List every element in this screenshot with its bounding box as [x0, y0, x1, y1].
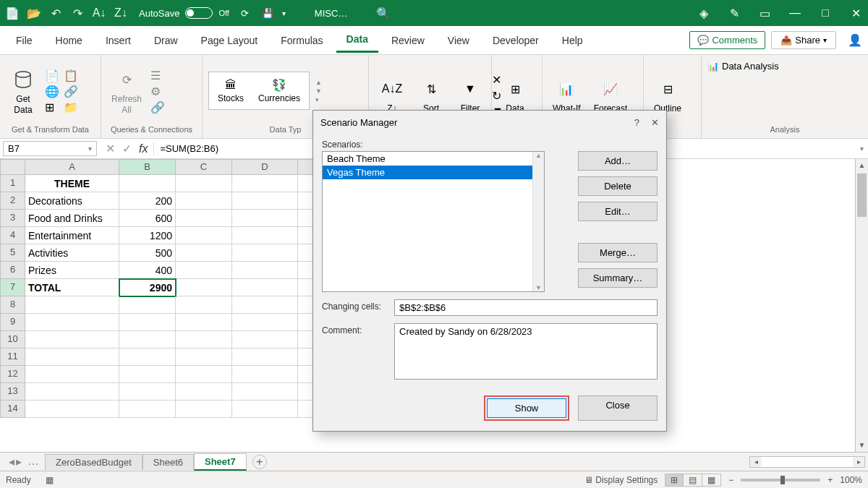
row-header[interactable]: 11 — [0, 348, 25, 366]
row-header[interactable]: 3 — [0, 210, 25, 227]
tab-data[interactable]: Data — [336, 27, 378, 53]
cell[interactable] — [119, 348, 176, 366]
cell[interactable] — [176, 227, 232, 244]
cell[interactable] — [232, 348, 298, 366]
maximize-icon[interactable]: □ — [819, 7, 832, 20]
row-header[interactable]: 10 — [0, 331, 25, 348]
view-page-layout-icon[interactable]: ▤ — [684, 474, 702, 487]
cell[interactable]: Entertainment — [25, 227, 119, 244]
cell[interactable] — [176, 314, 232, 331]
gallery-up-icon[interactable]: ▲ — [315, 79, 322, 86]
cell[interactable] — [176, 279, 232, 296]
cell[interactable]: Activities — [25, 244, 119, 262]
name-box[interactable]: B7▾ — [3, 141, 97, 156]
scroll-down-icon[interactable]: ▼ — [856, 439, 868, 452]
dialog-titlebar[interactable]: Scenario Manager ? ✕ — [313, 111, 666, 134]
from-text-icon[interactable]: 📄 — [45, 69, 59, 82]
row-header[interactable]: 4 — [0, 227, 25, 244]
cell[interactable] — [232, 296, 298, 314]
cancel-icon[interactable]: ✕ — [106, 142, 115, 155]
sheet-tab-zerobasedbudget[interactable]: ZeroBasedBudget — [45, 454, 142, 470]
cell[interactable] — [232, 279, 298, 296]
currencies-type[interactable]: 💱 Currencies — [258, 78, 300, 103]
cell[interactable] — [176, 331, 232, 348]
zoom-slider[interactable] — [741, 479, 820, 481]
changing-cells-field[interactable]: $B$2:$B$6 — [394, 299, 658, 316]
cell[interactable]: 400 — [119, 262, 176, 279]
cell[interactable] — [119, 175, 176, 192]
row-header[interactable]: 5 — [0, 244, 25, 262]
row-header[interactable]: 2 — [0, 192, 25, 210]
search-icon[interactable]: 🔍 — [376, 7, 391, 20]
display-settings-button[interactable]: 🖥 Display Settings — [584, 475, 658, 485]
summary-button[interactable]: Summary… — [578, 268, 658, 288]
list-scrollbar[interactable]: ▲▼ — [532, 152, 544, 291]
edit-links-icon[interactable]: 🔗 — [150, 100, 165, 114]
tab-nav-next-icon[interactable]: ▸ — [16, 455, 22, 468]
data-types-gallery[interactable]: 🏛 Stocks 💱 Currencies — [208, 72, 310, 110]
other-icon[interactable]: 📁 — [64, 100, 78, 114]
zoom-in-icon[interactable]: + — [827, 475, 833, 485]
cell[interactable] — [25, 296, 119, 314]
cell[interactable] — [176, 383, 232, 401]
share-button[interactable]: 📤Share▾ — [771, 31, 836, 49]
sort-desc-icon[interactable]: Z↓ — [114, 7, 127, 20]
window-icon[interactable]: ▭ — [758, 7, 771, 20]
cell[interactable] — [232, 401, 298, 418]
queries-icon[interactable]: ☰ — [150, 69, 165, 82]
add-button[interactable]: Add… — [578, 151, 658, 171]
open-file-icon[interactable]: 📂 — [27, 7, 41, 20]
column-header-d[interactable]: D — [232, 159, 298, 175]
cell[interactable] — [232, 210, 298, 227]
fx-icon[interactable]: fx — [139, 142, 148, 155]
cell[interactable]: 500 — [119, 244, 176, 262]
refresh-icon[interactable]: ⟳ — [241, 8, 249, 19]
cell[interactable]: 2900 — [119, 279, 176, 296]
scenarios-listbox[interactable]: Beach Theme Vegas Theme ▲▼ — [322, 151, 545, 292]
macro-icon[interactable]: ▦ — [46, 475, 54, 485]
cell[interactable] — [232, 366, 298, 383]
refresh-all-button[interactable]: ⟳ Refresh All — [107, 65, 146, 116]
sheet-tab-sheet7[interactable]: Sheet7 — [194, 453, 247, 471]
row-header[interactable]: 13 — [0, 383, 25, 401]
from-web-icon[interactable]: 🌐 — [45, 85, 59, 98]
cell[interactable] — [176, 401, 232, 418]
existing-icon[interactable]: 🔗 — [64, 85, 78, 98]
comments-button[interactable]: 💬Comments — [689, 31, 765, 49]
row-header[interactable]: 1 — [0, 175, 25, 192]
cell[interactable] — [232, 383, 298, 401]
cell[interactable] — [119, 296, 176, 314]
scenario-item-beach[interactable]: Beach Theme — [323, 152, 544, 166]
cell[interactable]: THEME — [25, 175, 119, 192]
merge-button[interactable]: Merge… — [578, 243, 658, 262]
tab-home[interactable]: Home — [46, 29, 93, 52]
tab-page-layout[interactable]: Page Layout — [191, 29, 268, 52]
cell[interactable] — [176, 296, 232, 314]
row-header[interactable]: 9 — [0, 314, 25, 331]
row-header[interactable]: 8 — [0, 296, 25, 314]
enter-icon[interactable]: ✓ — [122, 142, 132, 155]
sort-asc-icon[interactable]: A↓ — [93, 7, 106, 20]
cell[interactable]: 1200 — [119, 227, 176, 244]
save-icon[interactable]: 💾 — [262, 8, 273, 19]
hscroll-thumb[interactable] — [762, 457, 853, 467]
tab-developer[interactable]: Developer — [482, 29, 549, 52]
scroll-left-icon[interactable]: ◂ — [750, 457, 762, 467]
close-button[interactable]: Close — [578, 395, 658, 421]
cell[interactable] — [232, 314, 298, 331]
zoom-out-icon[interactable]: − — [728, 475, 733, 485]
properties-icon[interactable]: ⚙ — [150, 85, 165, 98]
help-icon[interactable]: ? — [634, 117, 639, 128]
cell[interactable] — [25, 401, 119, 418]
get-data-button[interactable]: Get Data — [6, 65, 41, 116]
column-header-c[interactable]: C — [176, 159, 232, 175]
cell[interactable]: Food and Drinks — [25, 210, 119, 227]
close-icon[interactable]: ✕ — [849, 7, 862, 20]
cell[interactable] — [232, 262, 298, 279]
cell[interactable] — [25, 366, 119, 383]
scroll-up-icon[interactable]: ▲ — [856, 159, 868, 172]
sheet-tab-sheet6[interactable]: Sheet6 — [142, 454, 194, 470]
cell[interactable] — [176, 262, 232, 279]
minimize-icon[interactable]: — — [788, 7, 801, 20]
scenario-item-vegas[interactable]: Vegas Theme — [323, 166, 544, 179]
